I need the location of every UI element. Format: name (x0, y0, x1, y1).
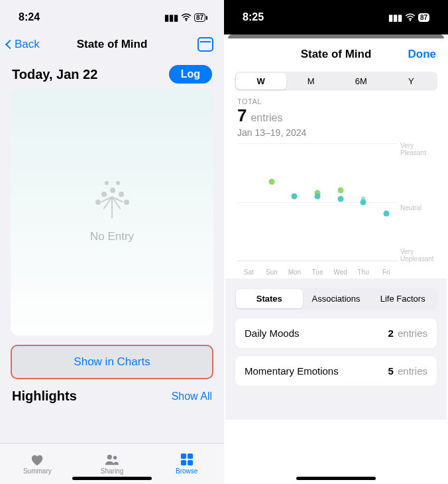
cellular-icon: ▮▮▮ (388, 13, 402, 23)
today-card: No Entry (11, 89, 213, 335)
date-row: Today, Jan 22 Log (0, 58, 224, 89)
clock: 8:24 (19, 11, 40, 23)
cellular-icon: ▮▮▮ (164, 13, 178, 23)
total-value: 7 entries (225, 105, 447, 126)
done-button[interactable]: Done (408, 48, 437, 61)
status-icons: ▮▮▮ 87 (388, 13, 429, 23)
seg-life-factors[interactable]: Life Factors (369, 289, 436, 308)
date-range: Jan 13–19, 2024 (225, 127, 447, 138)
svg-rect-3 (181, 454, 186, 459)
ylabel-bot: Very Unpleasant (400, 248, 436, 263)
svg-point-1 (107, 455, 112, 459)
svg-rect-6 (188, 460, 193, 465)
no-entry-label: No Entry (90, 230, 134, 243)
battery-icon: 87 (418, 13, 429, 22)
data-point[interactable] (315, 193, 321, 199)
status-bar: 8:24 ▮▮▮ 87 (0, 0, 224, 34)
ylabel-mid: Neutral (400, 204, 436, 212)
total-label: TOTAL (225, 97, 447, 105)
tab-summary[interactable]: Summary (0, 444, 75, 484)
data-point[interactable] (383, 211, 389, 217)
show-in-charts-button[interactable]: Show in Charts (11, 345, 213, 379)
data-range[interactable] (361, 196, 365, 205)
status-bar: 8:25 ▮▮▮ 87 (224, 0, 448, 34)
range-6month[interactable]: 6M (336, 73, 386, 90)
range-year[interactable]: Y (386, 73, 437, 90)
mood-chart[interactable]: Very Pleasant Neutral Very Unpleasant Sa… (235, 143, 437, 276)
clock: 8:25 (243, 11, 264, 23)
svg-point-0 (186, 19, 187, 21)
row-name: Daily Moods (245, 328, 300, 339)
wifi-icon (181, 13, 192, 21)
seg-associations[interactable]: Associations (303, 289, 370, 308)
data-point[interactable] (337, 196, 343, 202)
data-point[interactable] (268, 178, 274, 184)
seg-states[interactable]: States (236, 289, 303, 308)
phone-right: 8:25 ▮▮▮ 87 State of Mind Done W M 6M Y … (224, 0, 448, 484)
x-axis-labels: SatSunMonTueWedThuFri (237, 269, 398, 276)
nav-header: Back State of Mind (0, 34, 224, 58)
range-segmented-control[interactable]: W M 6M Y (235, 72, 437, 91)
status-icons: ▮▮▮ 87 (164, 13, 205, 23)
row-name: Momentary Emotions (245, 365, 339, 377)
show-all-button[interactable]: Show All (172, 391, 212, 402)
home-indicator[interactable] (72, 477, 152, 480)
people-icon (105, 453, 119, 466)
svg-rect-4 (188, 454, 193, 459)
home-indicator[interactable] (296, 477, 376, 480)
highlights-header: Highlights Show All (0, 379, 224, 404)
range-month[interactable]: M (286, 73, 337, 90)
heart-icon (30, 453, 44, 466)
mood-tree-icon (92, 181, 132, 221)
log-button[interactable]: Log (169, 65, 212, 84)
data-point[interactable] (292, 193, 298, 199)
battery-icon: 87 (194, 13, 205, 22)
charts-sheet: State of Mind Done W M 6M Y TOTAL 7 entr… (225, 38, 447, 483)
row-count: 5 entries (388, 365, 427, 377)
ylabel-top: Very Pleasant (400, 142, 436, 156)
wifi-icon (405, 13, 416, 21)
range-week[interactable]: W (236, 73, 286, 90)
list-item[interactable]: Momentary Emotions5 entries (235, 355, 437, 387)
svg-point-7 (410, 19, 411, 21)
sheet-title: State of Mind (301, 48, 372, 61)
data-point[interactable] (337, 187, 343, 193)
page-title: State of Mind (0, 38, 224, 51)
list-item[interactable]: Daily Moods2 entries (235, 318, 437, 349)
svg-point-2 (113, 456, 117, 459)
row-count: 2 entries (388, 328, 427, 339)
grid-icon (180, 453, 194, 466)
type-segmented-control[interactable]: States Associations Life Factors (235, 288, 437, 310)
sheet-header: State of Mind Done (225, 38, 447, 70)
calendar-icon[interactable] (197, 37, 213, 52)
date-heading: Today, Jan 22 (12, 67, 97, 82)
tab-browse[interactable]: Browse (149, 444, 224, 484)
highlights-label: Highlights (12, 389, 77, 404)
phone-left: 8:24 ▮▮▮ 87 Back State of Mind Today, Ja… (0, 0, 224, 484)
svg-rect-5 (181, 460, 186, 465)
